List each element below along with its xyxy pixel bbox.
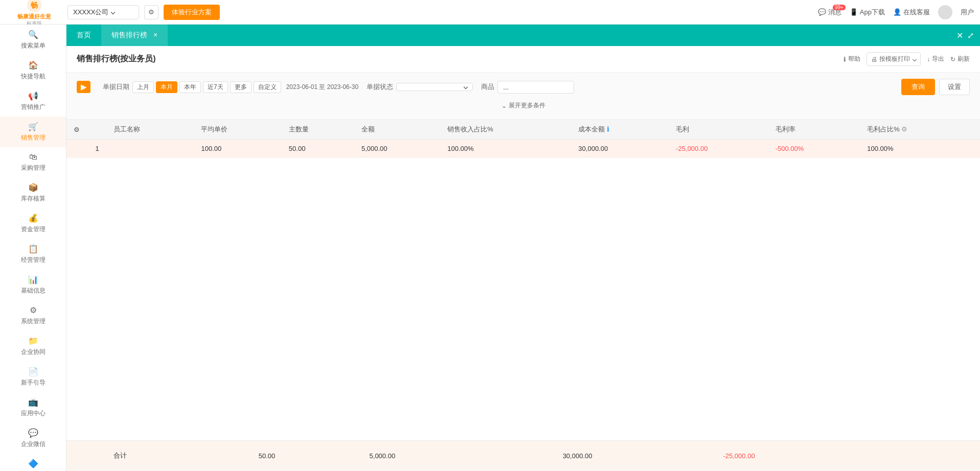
export-button[interactable]: ↓ 导出 [927,55,944,63]
th-amount: 全额 [355,120,441,140]
tab-bar-right: ✕ ⤢ [950,31,980,40]
sidebar-label-marketing: 营销推广 [21,103,45,111]
date-btn-7days[interactable]: 近7天 [203,81,228,93]
system-icon: ⚙ [30,305,37,315]
th-settings-icon[interactable]: ⚙ [901,125,907,133]
service-icon: 👤 [893,8,901,16]
sidebar-item-apps[interactable]: 📺 应用中心 [0,392,66,423]
online-service-button[interactable]: 👤 在线客服 [893,8,930,17]
sidebar-item-collab[interactable]: 📁 企业协同 [0,331,66,362]
sales-icon: 🛒 [28,122,38,131]
member-icon: 🔷 [28,459,38,468]
filter-area: ▶ 单据日期 上月 本月 本年 近7天 更多 自定义 2023-0 [66,73,980,120]
refresh-button[interactable]: ↻ 刷新 [950,55,970,63]
expand-button[interactable]: ⌄ 展开更多条件 [502,98,545,113]
help-icon: ℹ [844,56,846,63]
sidebar-item-guide[interactable]: 📄 新手引导 [0,362,66,392]
sidebar-item-operations[interactable]: 📋 经营管理 [0,239,66,270]
filter-toggle-button[interactable]: ▶ [77,81,90,93]
th-rank [87,120,107,140]
settings-button[interactable]: ⚙ [144,5,158,19]
table-row: 1 100.00 50.00 5,000.00 100.00% 30,000.0… [66,140,980,158]
sidebar-label-wechat: 企业微信 [21,440,45,448]
main-area: 🔍 搜索菜单 🏠 快捷导航 📢 营销推广 🛒 销售管理 🛍 采购管理 📦 [0,25,980,471]
date-btn-this-month[interactable]: 本月 [156,81,177,93]
cost-info-icon[interactable]: ℹ [607,125,609,133]
footer-gross-pct [933,446,980,466]
sidebar-item-member[interactable]: 🔷 畅会员 [0,454,66,471]
filter-row: ▶ 单据日期 上月 本月 本年 近7天 更多 自定义 2023-0 [77,79,970,95]
sidebar-item-marketing[interactable]: 📢 营销推广 [0,86,66,117]
col-settings-icon[interactable]: ⚙ [74,126,80,133]
table-footer: 合计 50.00 5,000.00 30,000.00 -25,000.00 [66,440,980,471]
footer-gross-rate [886,446,933,466]
date-buttons: 上月 本月 本年 近7天 更多 自定义 [132,81,281,93]
th-settings: ⚙ [66,120,87,140]
sidebar-item-system[interactable]: ⚙ 系统管理 [0,300,66,331]
setting-button[interactable]: 设置 [939,79,970,95]
message-button[interactable]: 💬 消息 99+ [818,8,841,17]
row-amount: 5,000.00 [355,140,441,158]
chevron-down-icon [111,10,115,14]
expand-chevron-icon: ⌄ [502,102,507,109]
message-icon: 💬 [818,8,826,16]
goods-select[interactable]: ... [497,81,574,94]
sidebar-item-inventory[interactable]: 📦 库存核算 [0,177,66,208]
date-btn-more[interactable]: 更多 [230,81,252,93]
sidebar-item-nav[interactable]: 🏠 快捷导航 [0,55,66,86]
collab-icon: 📁 [28,336,38,346]
page-header: 销售排行榜(按业务员) ℹ 帮助 🖨 按模板打印 ↓ [66,46,980,73]
row-gross-pct: 100.00% [861,140,980,158]
query-button[interactable]: 查询 [901,79,935,95]
close-window-icon[interactable]: ✕ [956,31,963,40]
date-filter: 单据日期 上月 本月 本年 近7天 更多 自定义 2023-06-01 至 20… [103,81,358,93]
footer-avg-price [206,446,253,466]
finance-icon: 💰 [28,213,38,223]
teal-header: 首页 销售排行榜 × ✕ ⤢ [66,25,980,46]
date-btn-custom[interactable]: 自定义 [254,81,281,93]
operations-icon: 📋 [28,244,38,254]
purchase-icon: 🛍 [29,152,37,162]
tab-sales-ranking[interactable]: 销售排行榜 × [101,25,168,46]
sidebar-item-sales[interactable]: 🛒 销售管理 [0,117,66,147]
maximize-icon[interactable]: ⤢ [967,31,974,40]
home-icon: 🏠 [28,60,38,70]
sidebar-label-collab: 企业协同 [21,348,45,356]
sidebar-label-finance: 资金管理 [21,225,45,234]
footer-sales-pct [510,446,557,466]
app-download-button[interactable]: 📱 App下载 [850,8,885,17]
sidebar-item-purchase[interactable]: 🛍 采购管理 [0,147,66,177]
refresh-label: 刷新 [958,55,970,63]
help-button[interactable]: ℹ 帮助 [844,55,860,63]
date-btn-last-month[interactable]: 上月 [132,81,154,93]
sidebar-item-search[interactable]: 🔍 搜索菜单 [0,25,66,55]
goods-filter: 商品 ... [481,81,574,94]
sidebar-label-nav: 快捷导航 [21,72,45,81]
company-name: XXXXX公司 [73,8,108,17]
footer-row: 合计 50.00 5,000.00 30,000.00 -25,000.00 [66,446,980,466]
tab-close-icon[interactable]: × [153,31,157,39]
svg-text:畅: 畅 [31,1,38,9]
company-selector[interactable]: XXXXX公司 [67,5,139,19]
tab-home[interactable]: 首页 [66,25,101,46]
footer-amount: 5,000.00 [363,446,510,466]
row-rank: 1 [87,140,107,158]
sidebar-item-wechat[interactable]: 💬 企业微信 [0,423,66,454]
refresh-icon: ↻ [950,56,955,63]
footer-table: 合计 50.00 5,000.00 30,000.00 -25,000.00 [66,446,980,466]
footer-gross: -25,000.00 [717,446,885,466]
user-name: 用户 [961,8,974,17]
status-filter: 单据状态 [367,82,473,92]
th-gross-rate: 毛利率 [769,120,861,140]
sidebar-item-basic-info[interactable]: 📊 基础信息 [0,270,66,300]
row-avg-price: 100.00 [195,140,282,158]
status-select[interactable] [396,83,473,91]
table-area: ⚙ 员工名称 平均单价 主数量 全额 销售收入占比% 成本全额 ℹ 毛利 毛 [66,120,980,440]
sidebar-item-finance[interactable]: 💰 资金管理 [0,208,66,239]
sidebar-label-sales: 销售管理 [21,133,45,142]
trial-button[interactable]: 体验行业方案 [164,5,220,20]
avatar[interactable] [938,5,952,19]
row-sales-pct: 100.00% [441,140,572,158]
date-btn-this-year[interactable]: 本年 [179,81,201,93]
template-print-button[interactable]: 🖨 按模板打印 [867,52,921,66]
